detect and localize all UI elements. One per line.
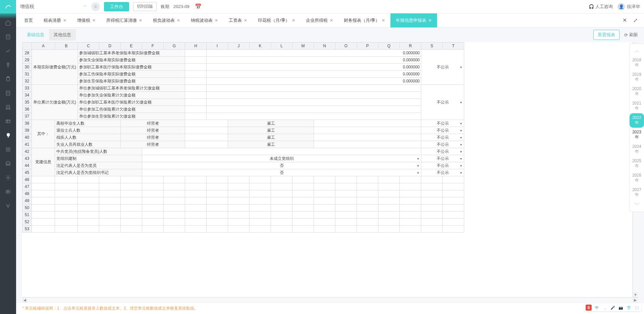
row-header[interactable]: 28: [22, 50, 32, 57]
tab[interactable]: 财务报表（月/季）✕: [338, 13, 391, 27]
cell[interactable]: [99, 211, 121, 218]
ime-item[interactable]: 👕: [626, 305, 632, 311]
cell[interactable]: [421, 226, 443, 233]
publish-dropdown[interactable]: 不公示: [421, 85, 464, 120]
scroll-down-icon[interactable]: ▼: [633, 292, 638, 297]
row-header[interactable]: 41: [22, 141, 32, 148]
cell[interactable]: [207, 99, 421, 106]
cell[interactable]: [121, 176, 142, 183]
money-icon[interactable]: [5, 62, 11, 68]
cell[interactable]: [250, 204, 271, 211]
cell[interactable]: [121, 190, 142, 197]
cell[interactable]: [99, 190, 121, 197]
cell[interactable]: [421, 218, 443, 226]
cell[interactable]: [400, 211, 421, 218]
cell[interactable]: [164, 218, 185, 226]
cell[interactable]: [335, 218, 357, 226]
column-header[interactable]: M: [292, 43, 314, 50]
year-item[interactable]: 2023年: [630, 128, 644, 142]
cell[interactable]: [32, 183, 55, 190]
cell[interactable]: [164, 211, 185, 218]
row-header[interactable]: 40: [22, 134, 32, 141]
cell[interactable]: [78, 226, 99, 233]
tab[interactable]: 企业所得税✕: [301, 13, 338, 27]
ime-item[interactable]: 中: [594, 305, 600, 311]
cell[interactable]: [228, 211, 250, 218]
cell[interactable]: [185, 64, 207, 71]
cell[interactable]: [443, 211, 464, 218]
cell[interactable]: [443, 183, 464, 190]
value-cell[interactable]: 0.000000: [207, 50, 421, 57]
cell[interactable]: [421, 176, 443, 183]
year-item[interactable]: 2027年: [630, 185, 644, 200]
cell[interactable]: [121, 226, 142, 233]
cell[interactable]: [378, 226, 400, 233]
row-header[interactable]: 46: [22, 176, 32, 183]
cell[interactable]: [185, 204, 207, 211]
value-cell[interactable]: 0.000000: [207, 78, 421, 85]
cell[interactable]: [185, 85, 207, 92]
row-header[interactable]: 35: [22, 99, 32, 106]
cell[interactable]: [314, 134, 421, 141]
cell[interactable]: [271, 197, 292, 204]
close-icon[interactable]: ✕: [244, 18, 247, 23]
cell[interactable]: [185, 113, 207, 120]
value-dropdown[interactable]: 未成立党组织: [142, 155, 421, 162]
row-header[interactable]: 52: [22, 218, 32, 226]
tab[interactable]: 增值税✕: [72, 13, 101, 27]
close-icon[interactable]: ✕: [428, 18, 432, 23]
tab[interactable]: 首页: [19, 13, 38, 27]
cell[interactable]: [142, 148, 421, 155]
publish-dropdown[interactable]: 不公示: [421, 120, 464, 127]
cell[interactable]: [400, 218, 421, 226]
cell[interactable]: [78, 176, 99, 183]
tab[interactable]: 年报信息申报表✕: [390, 13, 437, 27]
scroll-right-icon[interactable]: ▶: [633, 298, 638, 303]
cell[interactable]: [250, 211, 271, 218]
cell[interactable]: [185, 218, 207, 226]
value-cell[interactable]: 0.000000: [207, 57, 421, 64]
cell[interactable]: [271, 176, 292, 183]
year-item[interactable]: 2019年: [630, 70, 644, 84]
row-header[interactable]: 30: [22, 64, 32, 71]
ime-item[interactable]: S: [586, 305, 592, 311]
cell[interactable]: [314, 197, 335, 204]
cell[interactable]: [443, 226, 464, 233]
row-header[interactable]: 51: [22, 211, 32, 218]
row-header[interactable]: 44: [22, 162, 32, 169]
publish-dropdown[interactable]: 不公示: [421, 169, 464, 176]
cell[interactable]: [314, 218, 335, 226]
cell[interactable]: [99, 183, 121, 190]
cell[interactable]: [250, 190, 271, 197]
cell[interactable]: [55, 218, 78, 226]
cell[interactable]: [314, 204, 335, 211]
video-icon[interactable]: [5, 188, 11, 195]
year-item[interactable]: 2021年: [630, 99, 644, 113]
year-item[interactable]: 2024年: [630, 142, 644, 156]
year-down-icon[interactable]: ﹀: [633, 200, 641, 209]
cell[interactable]: [292, 218, 314, 226]
switch-old-button[interactable]: 切到旧版: [133, 2, 157, 11]
cell[interactable]: [400, 226, 421, 233]
cell[interactable]: [314, 183, 335, 190]
inbox-icon[interactable]: [5, 160, 11, 167]
publish-dropdown[interactable]: 不公示: [421, 155, 464, 162]
cell[interactable]: [400, 197, 421, 204]
close-icon[interactable]: ✕: [92, 18, 96, 23]
row-header[interactable]: 37: [22, 113, 32, 120]
grid-icon[interactable]: [5, 118, 11, 125]
subtab-other[interactable]: 其他信息: [49, 29, 76, 41]
column-header[interactable]: R: [400, 43, 421, 50]
tab[interactable]: 纳税波动表✕: [185, 13, 223, 27]
column-header[interactable]: K: [250, 43, 271, 50]
cell[interactable]: [32, 218, 55, 226]
cell[interactable]: [142, 211, 164, 218]
calculator-icon[interactable]: [5, 90, 11, 97]
close-tab-button[interactable]: ✕: [621, 16, 629, 24]
cell[interactable]: [121, 197, 142, 204]
column-header[interactable]: A: [32, 43, 55, 50]
cell[interactable]: [228, 204, 250, 211]
cell[interactable]: [378, 211, 400, 218]
cell[interactable]: [228, 197, 250, 204]
row-header[interactable]: 45: [22, 169, 32, 176]
